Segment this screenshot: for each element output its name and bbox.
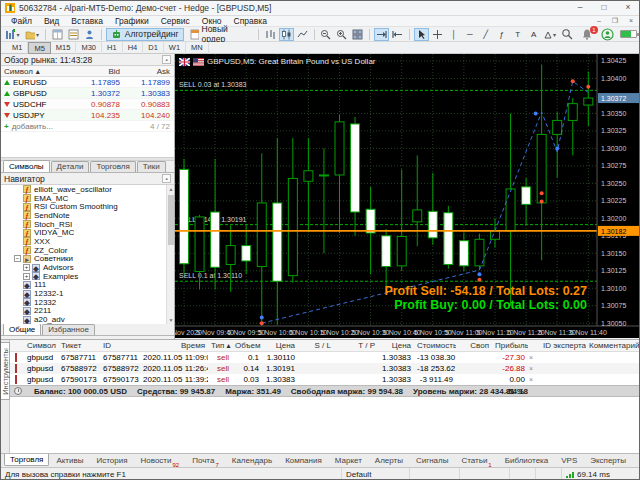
column-expert[interactable]: ID эксперта [540,341,586,350]
column-comment[interactable]: Комментарий [586,341,640,350]
timeframe-M1[interactable]: M1 [7,42,28,54]
column-bid[interactable]: Bid [74,67,124,76]
close-button[interactable]: × [619,2,637,14]
nav-item-SendNote[interactable]: ƒSendNote [1,211,174,220]
column-symbol[interactable]: Символ ▴ [1,67,74,76]
toolbox-tab-Новости[interactable]: Новости92 [135,454,186,466]
chart-shift-button[interactable] [390,28,405,41]
crosshair-button[interactable] [430,28,445,41]
tab-Торговля[interactable]: Торговля [90,161,135,172]
column-price[interactable]: Цена [262,341,298,350]
nav-item-RSI Custom Smoothing[interactable]: ƒRSI Custom Smoothing [1,202,174,211]
maximize-button[interactable]: □ [595,2,613,14]
mdi-restore-button[interactable]: ❐ [609,17,621,25]
new-chart-button[interactable]: ▾ [3,28,22,41]
trade-row-67588972[interactable]: gbpusd67588972675889722020.11.05 11:26:4… [10,363,640,374]
scrollbar-thumb[interactable] [168,195,174,245]
add-symbol-cell[interactable]: +добавить... [1,122,94,131]
timeframe-W1[interactable]: W1 [164,42,186,54]
add-symbol-row[interactable]: +добавить...4 / 72 [1,121,174,132]
scroll-down-arrow[interactable]: ▼ [167,316,174,324]
nav-item-Советники[interactable]: −▸Советники [1,255,174,264]
nav-item-2211[interactable]: ◆2211 [1,307,174,316]
new-order-button[interactable]: Новый ордер [185,28,254,41]
close-position-button[interactable]: × [528,354,540,361]
close-position-button[interactable]: × [528,376,540,383]
menu-item-Файл[interactable]: Файл [5,16,38,27]
tile-windows-button[interactable] [350,28,365,41]
mdi-minimize-button[interactable]: – [593,17,605,25]
chart-line-button[interactable] [295,28,310,41]
market-watch-menu-button[interactable]: ▪ [162,55,171,64]
tab-Тики[interactable]: Тики [137,161,166,172]
minimize-button[interactable]: – [571,2,589,14]
timeframe-H4[interactable]: H4 [123,42,144,54]
zoom-out-button[interactable] [318,28,333,41]
timeframe-M5[interactable]: M5 [28,42,50,54]
chart-candles-button[interactable] [279,28,294,41]
trade-row-67587711[interactable]: gbpusd67587711675877112020.11.05 11:09:0… [10,352,640,363]
toolbox-tab-Журнал[interactable]: Журнал [633,454,640,466]
nav-item-Stoch_RSI[interactable]: ƒStoch_RSI [1,220,174,229]
market-watch-row-USDCHF[interactable]: USDCHF0.908780.90883 [1,99,174,110]
scroll-up-arrow[interactable]: ▲ [167,185,174,193]
nav-item-12332-1[interactable]: ◆12332-1 [1,289,174,298]
column-symbol[interactable]: Символ [24,341,58,350]
tab-Общие[interactable]: Общие [3,323,41,335]
column-cost[interactable]: Стоимость [414,341,456,350]
expand-icon[interactable]: + [23,264,30,271]
toolbox-tab-Компания[interactable]: Компания [279,454,328,466]
chart-bars-button[interactable] [263,28,278,41]
column-profit[interactable]: Прибыль [492,341,528,350]
search-button[interactable] [559,28,575,41]
text-button[interactable]: T [510,28,525,41]
column-tp[interactable]: T / P [334,341,378,350]
nav-item-Examples[interactable]: +◆Examples [1,272,174,281]
market-watch-row-GBPUSD[interactable]: GBPUSD1.303721.30383 [1,88,174,99]
timeframe-D1[interactable]: D1 [143,42,164,54]
navigator-scrollbar[interactable]: ▲ ▼ [166,185,174,324]
trendline-button[interactable]: ╱ [478,28,493,41]
toolbox-tab-Торговля[interactable]: Торговля [4,454,49,466]
column-swap[interactable]: Своп [456,341,492,350]
nav-item-EMA_MC[interactable]: ƒEMA_MC [1,194,174,203]
chart-window[interactable]: GBPUSD,M5: Great Britain Pound vs US Dol… [175,54,640,338]
community-button[interactable] [599,28,616,41]
status-profile[interactable]: Default [341,468,409,480]
expand-icon[interactable]: + [23,273,30,280]
column-time[interactable]: Время [140,341,208,350]
menu-item-Графики[interactable]: Графики [109,16,155,27]
toolbox-tab-Календарь[interactable]: Календарь [226,454,278,466]
timeframe-M15[interactable]: M15 [51,42,77,54]
toolbox-tab-Библиотека[interactable]: Библиотека [499,454,555,466]
collapse-icon[interactable]: − [14,255,21,262]
nav-item-a20_adv[interactable]: ◆a20_adv [1,315,174,324]
column-id[interactable]: ID [100,341,140,350]
toolbox-tab-Маркет[interactable]: Маркет [329,454,368,466]
nav-item-Advisors[interactable]: +◆Advisors [1,263,174,272]
column-volume[interactable]: Объем [232,341,262,350]
toolbox-tab-Почта[interactable]: Почта7 [186,454,225,466]
menu-item-Сервис[interactable]: Сервис [155,16,196,27]
column-ticket[interactable]: Тикет [58,341,100,350]
nav-item-ZZ_Color[interactable]: ƒZZ_Color [1,246,174,255]
cursor-button[interactable] [414,28,429,41]
algo-trading-button[interactable]: Алготрейдинг [106,28,184,41]
profiles-button[interactable]: ▾ [23,28,42,41]
auto-scroll-button[interactable] [374,28,389,41]
trade-row-67590173[interactable]: gbpusd67590173675901732020.11.05 11:39:2… [10,374,640,385]
timeframe-H1[interactable]: H1 [102,42,123,54]
horizontal-line-button[interactable]: ─ [462,28,477,41]
label-button[interactable]: A [526,28,541,41]
toolbox-tab-Сигналы[interactable]: Сигналы [410,454,454,466]
close-position-button[interactable]: × [528,365,540,372]
column-type[interactable]: Тип ▴ [208,341,232,350]
nav-item-111[interactable]: ◆111 [1,281,174,290]
market-watch-toggle[interactable] [50,28,65,41]
timeframe-M30[interactable]: M30 [76,42,102,54]
tab-Детали[interactable]: Детали [51,161,90,172]
toolbox-tab-Алерты[interactable]: Алерты [369,454,409,466]
nav-item-VIDYA_MC[interactable]: ƒVIDYA_MC [1,228,174,237]
tab-Символы[interactable]: Символы [3,160,50,172]
nav-item-12332[interactable]: ◆12332 [1,298,174,307]
